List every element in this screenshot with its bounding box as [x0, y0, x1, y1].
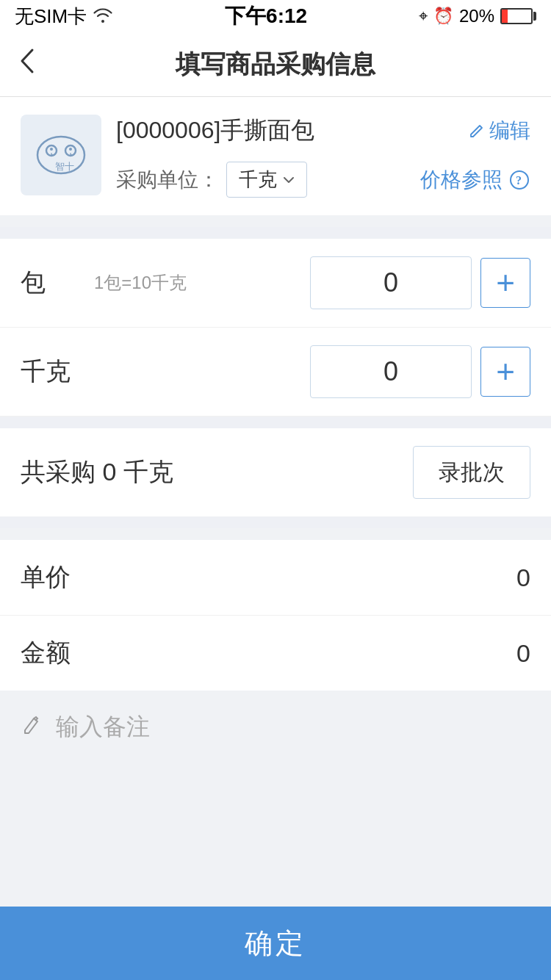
price-label-unit: 单价	[21, 561, 71, 594]
separator-1	[0, 227, 551, 239]
price-value-amount: 0	[516, 639, 530, 668]
price-value-unit: 0	[516, 563, 530, 592]
back-button[interactable]	[18, 47, 35, 82]
input-row-kg: 千克 0 +	[0, 328, 551, 417]
battery-icon	[500, 8, 536, 24]
separator-3	[0, 516, 551, 528]
product-name: [0000006]手撕面包	[116, 115, 314, 147]
separator-2	[0, 417, 551, 428]
product-section: 智十 [0000006]手撕面包 编辑 采购单位： 千克	[0, 97, 551, 215]
price-section: 单价 0 金额 0	[0, 540, 551, 691]
edit-button[interactable]: 编辑	[469, 117, 530, 145]
price-ref-button[interactable]: 价格参照 ?	[420, 166, 530, 194]
number-input-bao[interactable]: 0	[310, 256, 472, 309]
page-title: 填写商品采购信息	[176, 48, 375, 82]
product-unit-row: 采购单位： 千克 价格参照 ?	[116, 162, 530, 198]
price-row-amount: 金额 0	[0, 616, 551, 691]
price-label-amount: 金额	[21, 636, 71, 670]
plus-button-kg[interactable]: +	[480, 347, 530, 397]
status-bar: 无SIM卡 下午6:12 ⌖ ⏰ 20%	[0, 0, 551, 32]
battery-percent: 20%	[459, 6, 494, 26]
label-kg: 千克	[21, 355, 79, 389]
remark-placeholder: 输入备注	[56, 711, 150, 743]
wifi-icon	[93, 5, 113, 28]
sublabel-bao: 1包=10千克	[94, 271, 295, 295]
batch-button[interactable]: 录批次	[413, 446, 530, 499]
price-row-unit: 单价 0	[0, 540, 551, 616]
product-info: [0000006]手撕面包 编辑 采购单位： 千克 价格参照	[116, 115, 530, 198]
total-text: 共采购 0 千克	[21, 455, 173, 489]
unit-label: 采购单位：	[116, 166, 219, 194]
label-bao: 包	[21, 266, 79, 300]
svg-point-3	[50, 148, 53, 151]
nav-bar: 填写商品采购信息	[0, 32, 551, 97]
number-input-kg[interactable]: 0	[310, 345, 472, 398]
input-wrap-bao: 0 +	[310, 256, 530, 309]
plus-button-bao[interactable]: +	[480, 258, 530, 308]
product-header: [0000006]手撕面包 编辑	[116, 115, 530, 147]
carrier-label: 无SIM卡	[15, 4, 87, 29]
svg-point-4	[69, 148, 72, 151]
location-icon: ⌖	[419, 7, 428, 26]
alarm-icon: ⏰	[433, 7, 453, 26]
unit-select[interactable]: 千克	[226, 162, 307, 198]
status-time: 下午6:12	[225, 2, 307, 30]
status-right: ⌖ ⏰ 20%	[419, 6, 536, 26]
input-section: 包 1包=10千克 0 + 千克 0 +	[0, 239, 551, 417]
pencil-icon	[21, 713, 44, 742]
total-row: 共采购 0 千克 录批次	[0, 428, 551, 516]
remark-section[interactable]: 输入备注	[0, 691, 551, 764]
input-row-bao: 包 1包=10千克 0 +	[0, 239, 551, 328]
product-logo: 智十	[35, 133, 87, 177]
svg-text:智十: 智十	[55, 161, 74, 172]
product-image: 智十	[21, 115, 101, 195]
input-wrap-kg: 0 +	[310, 345, 530, 398]
svg-text:?: ?	[516, 174, 522, 187]
status-left: 无SIM卡	[15, 4, 113, 29]
confirm-button[interactable]: 确定	[0, 907, 551, 980]
